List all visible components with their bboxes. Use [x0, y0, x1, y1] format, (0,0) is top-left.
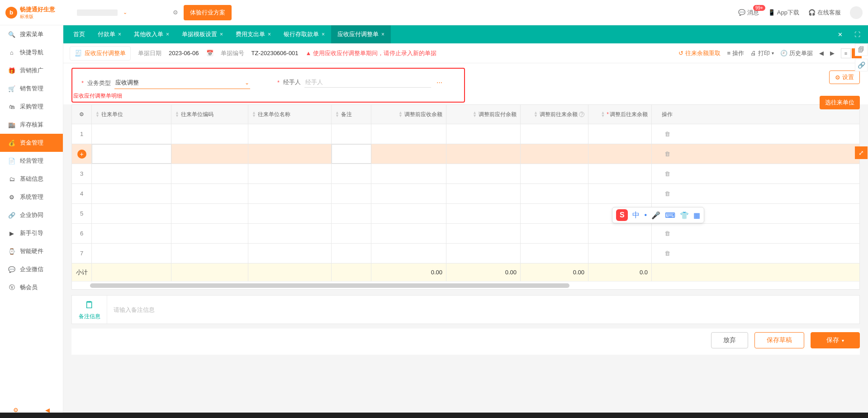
cell-post-bal[interactable] [588, 144, 652, 164]
cell-pre-pay[interactable] [446, 204, 521, 223]
cell-pre-bal[interactable] [521, 204, 588, 223]
cell-post-bal[interactable] [588, 224, 652, 243]
table-row[interactable]: 3🗑 [72, 164, 859, 183]
table-row[interactable]: 7🗑 [72, 243, 859, 263]
col-post-bal[interactable]: ▲▼*调整后往来余额 [588, 105, 652, 124]
ime-toolbar[interactable]: S 中 • 🎤 ⌨ 👕 ▦ [612, 207, 704, 223]
cell-name[interactable] [248, 204, 332, 223]
ime-keyboard-icon[interactable]: ⌨ [665, 211, 675, 220]
cell-pre-bal[interactable] [521, 244, 588, 263]
cell-code[interactable] [171, 204, 248, 223]
sidebar-item-hardware[interactable]: ⌚智能硬件 [0, 242, 63, 260]
prev-icon[interactable]: ◀ [819, 50, 824, 56]
cell-remark[interactable] [332, 124, 371, 144]
close-icon[interactable]: × [381, 31, 384, 38]
note-rail-icon[interactable]: 🗐 [855, 43, 868, 56]
col-code[interactable]: ▲▼往来单位编码 [171, 105, 248, 124]
table-row-active[interactable]: +🗑 [72, 144, 859, 164]
user-avatar[interactable] [850, 6, 863, 19]
cell-pre-recv[interactable] [371, 124, 446, 144]
cell-name[interactable] [248, 144, 332, 164]
sidebar-item-finance[interactable]: 💰资金管理 [0, 134, 63, 152]
cell-name[interactable] [248, 184, 332, 203]
sidebar-item-purchase[interactable]: 🛍采购管理 [0, 98, 63, 116]
attach-rail-icon[interactable]: 🔗 [855, 59, 868, 71]
discard-button[interactable]: 放弃 [711, 332, 748, 348]
close-icon[interactable]: × [166, 31, 169, 38]
cell-pre-pay[interactable] [446, 124, 521, 144]
trash-icon[interactable]: 🗑 [664, 250, 670, 257]
sidebar-item-vip[interactable]: Ⓥ畅会员 [0, 278, 63, 296]
cell-unit[interactable] [92, 204, 171, 223]
help-icon[interactable]: ? [579, 112, 584, 117]
cell-name[interactable] [248, 124, 332, 144]
cell-pre-recv[interactable] [371, 224, 446, 243]
ime-skin-icon[interactable]: 👕 [680, 211, 689, 220]
history-link[interactable]: 🕘历史单据 [780, 49, 813, 57]
cell-pre-bal[interactable] [521, 164, 588, 183]
cell-unit[interactable] [92, 184, 171, 203]
close-icon[interactable]: × [322, 31, 325, 38]
ime-punct-icon[interactable]: • [644, 211, 647, 219]
print-dropdown[interactable]: 🖨打印▾ [750, 49, 774, 57]
cell-code[interactable] [171, 124, 248, 144]
cell-name[interactable] [248, 244, 332, 263]
sidebar-item-operation[interactable]: 📄经营管理 [0, 152, 63, 170]
trash-icon[interactable]: 🗑 [664, 190, 670, 197]
sidebar-item-quicknav[interactable]: ⌂快捷导航 [0, 43, 63, 61]
cell-remark[interactable] [332, 204, 371, 223]
tab-expense[interactable]: 费用支出单× [229, 25, 277, 43]
cell-name[interactable] [248, 224, 332, 243]
cell-post-bal[interactable] [588, 184, 652, 203]
cell-remark[interactable] [332, 184, 371, 203]
cell-unit[interactable] [92, 224, 171, 243]
gear-icon[interactable]: ⚙ [173, 9, 178, 16]
handler-input[interactable] [304, 77, 431, 88]
calendar-icon[interactable]: 📅 [206, 50, 213, 56]
cell-code[interactable] [171, 144, 248, 164]
cell-pre-pay[interactable] [446, 184, 521, 203]
refetch-balance-link[interactable]: ↺往来余额重取 [678, 49, 721, 57]
close-icon[interactable]: × [268, 31, 271, 38]
table-row[interactable]: 6🗑 [72, 223, 859, 243]
ime-toolbox-icon[interactable]: ▦ [693, 211, 700, 220]
sidebar-item-sales[interactable]: 🛒销售管理 [0, 80, 63, 98]
expand-rail-icon[interactable]: ⤢ [855, 146, 868, 159]
close-icon[interactable]: × [118, 31, 121, 38]
close-all-icon[interactable]: ✕ [834, 28, 846, 41]
cell-post-bal[interactable] [588, 124, 652, 144]
sidebar-item-wechat[interactable]: 💬企业微信 [0, 260, 63, 278]
ops-dropdown[interactable]: ≡操作 [727, 49, 744, 57]
date-value[interactable]: 2023-06-06 [169, 50, 199, 56]
close-icon[interactable]: × [220, 31, 223, 38]
cell-unit[interactable] [92, 244, 171, 263]
cell-pre-pay[interactable] [446, 164, 521, 183]
cell-unit[interactable] [92, 144, 171, 164]
col-pre-recv[interactable]: ▲▼调整前应收余额 [371, 105, 446, 124]
cell-pre-bal[interactable] [521, 124, 588, 144]
col-remark[interactable]: ▲▼备注 [332, 105, 371, 124]
org-selector[interactable]: ⌄ [77, 9, 167, 16]
save-button[interactable]: 保存▾ [811, 332, 860, 348]
sidebar-item-inventory[interactable]: 🏬库存核算 [0, 116, 63, 134]
cell-pre-pay[interactable] [446, 244, 521, 263]
col-unit[interactable]: ▲▼往来单位 [92, 105, 171, 124]
cell-pre-bal[interactable] [521, 184, 588, 203]
ime-voice-icon[interactable]: 🎤 [651, 211, 660, 220]
cell-code[interactable] [171, 224, 248, 243]
table-row[interactable]: 5🗑 [72, 203, 859, 223]
cell-pre-recv[interactable] [371, 184, 446, 203]
trial-button[interactable]: 体验行业方案 [184, 5, 232, 20]
tab-template[interactable]: 单据模板设置× [175, 25, 229, 43]
cell-remark[interactable] [332, 144, 371, 164]
sidebar-item-system[interactable]: ⚙系统管理 [0, 188, 63, 206]
cell-pre-pay[interactable] [446, 224, 521, 243]
cell-code[interactable] [171, 244, 248, 263]
col-name[interactable]: ▲▼往来单位名称 [248, 105, 332, 124]
column-settings[interactable]: ⚙ [72, 105, 92, 124]
cell-code[interactable] [171, 184, 248, 203]
sidebar-item-marketing[interactable]: 🎁营销推广 [0, 61, 63, 80]
tab-payment[interactable]: 付款单× [91, 25, 128, 43]
table-row[interactable]: 1🗑 [72, 124, 859, 144]
cell-remark[interactable] [332, 244, 371, 263]
